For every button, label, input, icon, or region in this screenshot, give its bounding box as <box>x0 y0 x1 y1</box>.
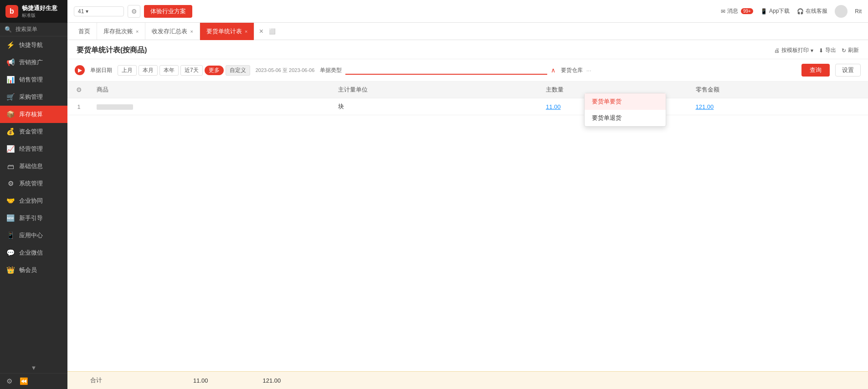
sidebar-item-system[interactable]: ⚙ 系统管理 <box>0 175 67 192</box>
industry-button[interactable]: 体验行业方案 <box>144 5 192 18</box>
sidebar-item-sales[interactable]: 📊 销售管理 <box>0 71 67 88</box>
quick-nav-icon: ⚡ <box>6 41 15 49</box>
tab-batch-label: 库存批次账 <box>103 27 133 36</box>
search-label: 搜索菜单 <box>15 26 37 33</box>
sidebar-item-basic[interactable]: 🗃 基础信息 <box>0 158 67 175</box>
topbar-left: 41 ▾ ⚙ 体验行业方案 <box>74 5 716 18</box>
sidebar-bottom: ⚙ ⏪ <box>0 373 67 389</box>
row-amount[interactable]: 121.00 <box>689 98 868 115</box>
purchase-icon: 🛒 <box>6 93 15 101</box>
settings-icon[interactable]: ⚙ <box>6 377 12 385</box>
topbar-gear-button[interactable]: ⚙ <box>128 5 140 18</box>
tab-home-label: 首页 <box>78 27 90 36</box>
basic-label: 基础信息 <box>19 162 43 170</box>
sidebar-item-appstore[interactable]: 📱 应用中心 <box>0 227 67 244</box>
tab-collect[interactable]: 收发存汇总表 × <box>145 23 200 40</box>
header-actions: 🖨 按模板打印 ▾ ⬇ 导出 ↻ 刷新 <box>774 46 859 54</box>
logo-icon: b <box>5 5 18 18</box>
sidebar-item-purchase[interactable]: 🛒 采购管理 <box>0 88 67 106</box>
sales-icon: 📊 <box>6 76 15 84</box>
refresh-button[interactable]: ↻ 刷新 <box>842 46 859 54</box>
th-product: 商品 <box>90 82 332 98</box>
filter-expand-button[interactable]: ▶ <box>75 65 85 75</box>
online-service-button[interactable]: 🎧 在线客服 <box>797 7 827 15</box>
more-dates-btn[interactable]: 更多 <box>205 66 224 75</box>
tab-order-stat[interactable]: 要货单统计表 × <box>200 23 254 40</box>
sidebar-item-finance[interactable]: 💰 资金管理 <box>0 123 67 140</box>
topbar-right: ✉ 消息 99+ 📱 App下载 🎧 在线客服 Rit <box>721 5 862 18</box>
page-title: 要货单统计表(按商品) <box>77 46 147 55</box>
print-template-button[interactable]: 🖨 按模板打印 ▾ <box>774 46 813 54</box>
collapse-icon[interactable]: ⏪ <box>20 377 28 385</box>
prev-month-btn[interactable]: 上月 <box>118 65 137 76</box>
store-selector[interactable]: 41 ▾ <box>74 6 124 16</box>
message-button[interactable]: ✉ 消息 99+ <box>721 7 753 15</box>
sidebar-item-quick-nav[interactable]: ⚡ 快捷导航 <box>0 36 67 54</box>
th-amount: 零售金额 <box>689 82 868 98</box>
th-gear[interactable]: ⚙ <box>67 82 90 98</box>
wechat-icon: 💬 <box>6 249 15 257</box>
app-download-button[interactable]: 📱 App下载 <box>760 7 790 15</box>
type-filter-arrow[interactable]: ∧ <box>551 67 555 74</box>
dropdown-item-order-goods[interactable]: 要货单要货 <box>585 93 666 110</box>
sidebar-item-marketing[interactable]: 📢 营销推广 <box>0 54 67 71</box>
appstore-label: 应用中心 <box>19 231 43 240</box>
warehouse-filter-label: 要货仓库 <box>561 67 583 74</box>
footer-amount: 121.00 <box>263 377 281 384</box>
tab-home[interactable]: 首页 <box>72 23 97 40</box>
settings-button[interactable]: 设置 <box>835 64 861 77</box>
sidebar-item-members[interactable]: 👑 畅会员 <box>0 261 67 279</box>
marketing-label: 营销推广 <box>19 58 43 67</box>
members-icon: 👑 <box>6 266 15 274</box>
table-footer: 合计 11.00 121.00 <box>67 371 868 389</box>
export-button[interactable]: ⬇ 导出 <box>819 46 836 54</box>
inventory-icon: 📦 <box>6 110 15 118</box>
tab-collect-close[interactable]: × <box>190 29 193 34</box>
type-filter-section: 单据类型 ∧ 要货单要货 要货单退货 <box>320 66 555 75</box>
product-name-placeholder <box>97 104 133 110</box>
user-name[interactable]: Rit <box>855 8 862 15</box>
export-icon: ⬇ <box>819 47 823 54</box>
sidebar-scroll-down[interactable]: ▼ <box>0 363 67 373</box>
filter-bar: ▶ 单据日期 上月 本月 本年 近7天 更多 自定义 2023-05-06 至 … <box>67 59 868 82</box>
sidebar-item-enterprise[interactable]: 🤝 企业协同 <box>0 192 67 210</box>
dropdown-item-order-return[interactable]: 要货单退货 <box>585 110 666 126</box>
sidebar-item-guide[interactable]: 🆕 新手引导 <box>0 210 67 227</box>
current-month-btn[interactable]: 本月 <box>139 65 158 76</box>
user-avatar[interactable] <box>835 5 847 18</box>
footer-values: 11.00 121.00 <box>193 377 281 384</box>
print-dropdown-icon: ▾ <box>811 47 813 54</box>
sidebar: b 畅捷通好生意 标准版 🔍 搜索菜单 ⚡ 快捷导航 📢 营销推广 📊 销售管理… <box>0 0 67 389</box>
type-filter-input[interactable] <box>345 66 547 75</box>
custom-date-btn[interactable]: 自定义 <box>226 65 250 76</box>
page-content: 要货单统计表(按商品) 🖨 按模板打印 ▾ ⬇ 导出 ↻ 刷新 <box>67 40 868 389</box>
page-header: 要货单统计表(按商品) 🖨 按模板打印 ▾ ⬇ 导出 ↻ 刷新 <box>67 40 868 59</box>
th-unit: 主计量单位 <box>332 82 539 98</box>
table-row: 1 块 11.00 121.00 <box>67 98 868 115</box>
sidebar-item-wechat[interactable]: 💬 企业微信 <box>0 244 67 261</box>
finance-icon: 💰 <box>6 128 15 136</box>
tab-order-stat-close[interactable]: × <box>245 29 247 34</box>
date-filter-label: 单据日期 <box>90 67 112 74</box>
query-button[interactable]: 查询 <box>801 64 830 77</box>
last7days-btn[interactable]: 近7天 <box>180 65 203 76</box>
store-dropdown-icon: ▾ <box>86 8 88 15</box>
sidebar-item-inventory[interactable]: 📦 库存核算 <box>0 106 67 123</box>
tab-batch[interactable]: 库存批次账 × <box>97 23 145 40</box>
sidebar-item-operation[interactable]: 📈 经营管理 <box>0 140 67 158</box>
expand-tabs[interactable]: ⬜ <box>267 26 277 36</box>
sales-label: 销售管理 <box>19 76 43 84</box>
tab-batch-close[interactable]: × <box>136 29 139 34</box>
enterprise-icon: 🤝 <box>6 197 15 205</box>
current-year-btn[interactable]: 本年 <box>159 65 179 76</box>
main-area: 41 ▾ ⚙ 体验行业方案 ✉ 消息 99+ 📱 App下载 🎧 在线客服 Ri… <box>67 0 868 389</box>
sidebar-nav: ⚡ 快捷导航 📢 营销推广 📊 销售管理 🛒 采购管理 📦 库存核算 💰 资金管… <box>0 36 67 363</box>
column-settings-icon[interactable]: ⚙ <box>76 86 82 93</box>
warehouse-filter-more[interactable]: ··· <box>586 67 591 74</box>
topbar: 41 ▾ ⚙ 体验行业方案 ✉ 消息 99+ 📱 App下载 🎧 在线客服 Ri… <box>67 0 868 23</box>
system-icon: ⚙ <box>6 179 15 188</box>
tab-order-stat-label: 要货单统计表 <box>206 27 242 36</box>
close-all-tabs[interactable]: × <box>256 26 266 36</box>
sidebar-search[interactable]: 🔍 搜索菜单 <box>0 23 67 36</box>
operation-icon: 📈 <box>6 145 15 153</box>
